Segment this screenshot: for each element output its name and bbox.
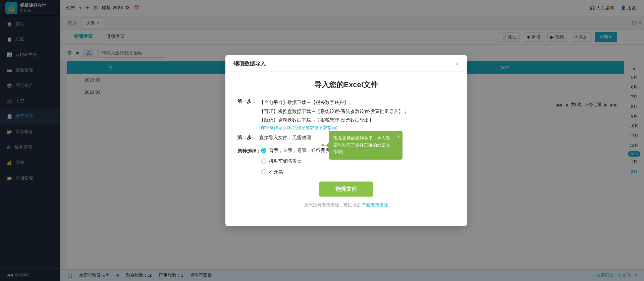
ticket-label: 票种选择： <box>237 147 261 175</box>
radio-motor-circle <box>261 158 266 164</box>
download-template-link[interactable]: 下载发票模版 <box>362 202 388 207</box>
dialog-title: 销项数据导入 <box>233 60 266 67</box>
dialog-main-title: 导入您的Excel文件 <box>237 80 455 90</box>
tooltip-close-icon[interactable]: × <box>397 133 400 140</box>
radio-motor-label: 机动车销售发票 <box>269 158 302 164</box>
download-prefix: 若您没有发票模版，可以点击 <box>304 202 361 207</box>
step2-content: 直接导入文件，无需整理 <box>259 134 311 140</box>
ticket-tooltip: × 现在支持的票种多了，导入发票时别忘了选择正确的发票类型呀! <box>329 131 402 160</box>
radio-general-circle <box>261 148 266 153</box>
step1-line3: 【航信】金税盘数据下载→【报税管理-发票数据导出】； <box>259 116 408 125</box>
select-file-button[interactable]: 选择文件 <box>319 181 373 196</box>
tooltip-text: 现在支持的票种多了，导入发票时别忘了选择正确的发票类型呀! <box>333 135 390 155</box>
step1-label: 第一步： <box>237 98 259 131</box>
step1-line1: 【全电平台】数据下载→【税务数字账户】； <box>259 98 408 107</box>
dialog-close-button[interactable]: × <box>455 60 459 67</box>
step1-guide-link[interactable]: (详细操作见百旺/航信发票数据下载指南) <box>259 125 337 130</box>
step2-label: 第二步： <box>237 134 259 140</box>
radio-none-label: 不开票 <box>269 169 283 175</box>
radio-none-circle <box>261 169 266 174</box>
download-template-row: 若您没有发票模版，可以点击 下载发票模版 <box>237 202 455 208</box>
step1-line2: 【百旺】税控盘数据下载→【系统设置-系统参数设置-发票批量导入】； <box>259 107 408 116</box>
radio-none[interactable]: 不开票 <box>261 169 372 175</box>
